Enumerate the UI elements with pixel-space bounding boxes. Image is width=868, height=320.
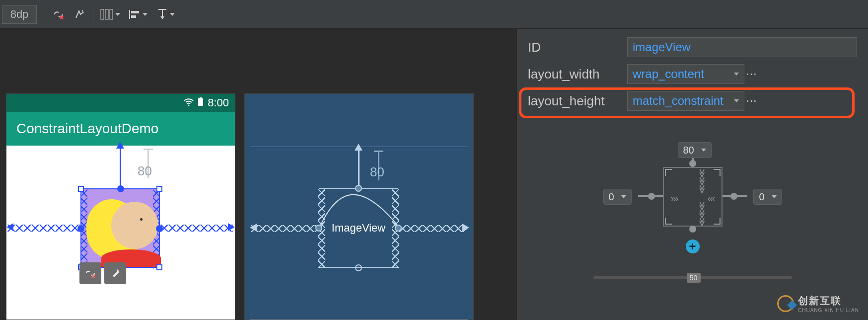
inspector-line [638, 195, 663, 197]
svg-rect-6 [110, 9, 113, 19]
constraint-anchor-left[interactable] [315, 225, 322, 232]
attr-width-row: layout_width wrap_content ⋯ [528, 61, 857, 87]
design-preview[interactable]: 8:00 ConstraintLayoutDemo 80 [6, 93, 235, 320]
resize-handle[interactable] [156, 264, 162, 270]
constraint-inspector[interactable]: 80 0 0 ≫≫≫ ≫≫≫ ››› ‹‹‹ [603, 142, 782, 281]
status-bar: 8:00 [6, 94, 235, 112]
resize-handle[interactable] [156, 186, 162, 192]
attr-id-input[interactable] [627, 37, 857, 57]
avatar-eye [140, 218, 143, 221]
svg-point-3 [83, 12, 84, 13]
attr-id-label: ID [528, 40, 627, 55]
infer-constraints-button[interactable] [69, 4, 90, 25]
app-bar: ConstraintLayoutDemo [6, 112, 235, 146]
top-margin-label: 80 [138, 163, 152, 179]
right-margin-value: 0 [759, 191, 764, 203]
constraint-anchor-top[interactable] [117, 185, 124, 192]
corner-icon [714, 169, 721, 176]
inspector-anchor-bottom[interactable] [689, 226, 696, 233]
app-title: ConstraintLayoutDemo [16, 121, 158, 137]
separator [45, 5, 45, 23]
svg-marker-12 [160, 16, 164, 19]
top-margin-pill[interactable]: 80 [678, 142, 712, 158]
attr-height-label: layout_height [528, 93, 627, 109]
attr-id-row: ID [528, 34, 857, 61]
attr-height-row: layout_height match_constraint ⋯ [528, 87, 857, 114]
svg-rect-14 [198, 98, 203, 106]
wifi-icon [184, 96, 194, 109]
constraint-anchor-top[interactable] [355, 185, 362, 192]
left-constraint-spring [7, 225, 80, 232]
more-icon[interactable]: ⋯ [744, 94, 758, 107]
imageview-widget[interactable] [80, 188, 160, 268]
arrow-right-icon [462, 224, 469, 232]
inspector-widget-box: ≫≫≫ ≫≫≫ ››› ‹‹‹ [663, 167, 723, 227]
top-constraint-arrow [358, 150, 360, 188]
resize-handle[interactable] [78, 186, 84, 192]
corner-icon [714, 218, 721, 225]
right-constraint-spring [160, 225, 233, 232]
top-margin-label: 80 [370, 164, 384, 180]
arrow-left-icon [6, 223, 13, 231]
constraint-anchor-left[interactable] [77, 225, 84, 232]
svg-point-2 [82, 10, 83, 11]
status-time: 8:00 [208, 96, 229, 109]
chevron-down-icon [734, 99, 739, 102]
attr-height-value: match_constraint [633, 94, 723, 108]
left-margin-pill[interactable]: 0 [603, 189, 632, 205]
watermark-icon [777, 295, 794, 312]
inspector-line [723, 195, 747, 197]
guidelines-button[interactable] [152, 4, 180, 25]
battery-icon [198, 96, 204, 109]
watermark-text: 创新互联 [798, 294, 859, 308]
width-wrap-icon: ‹‹‹ [708, 193, 715, 204]
top-constraint-arrow [120, 148, 121, 188]
attr-width-select[interactable]: wrap_content [627, 64, 744, 84]
chevron-down-icon [734, 73, 739, 76]
bias-slider-thumb[interactable]: 50 [687, 273, 701, 283]
corner-icon [665, 218, 672, 225]
clear-constraint-tool[interactable] [79, 262, 101, 284]
svg-rect-8 [131, 11, 139, 13]
constraint-anchor-right[interactable] [395, 225, 402, 232]
more-icon[interactable]: ⋯ [744, 68, 758, 80]
avatar-face [111, 202, 158, 249]
default-margin-input[interactable] [2, 5, 37, 24]
attr-height-select[interactable]: match_constraint [627, 91, 744, 111]
chevron-down-icon [115, 13, 120, 16]
separator [93, 5, 93, 23]
chevron-down-icon [170, 13, 175, 16]
watermark: 创新互联 CHUANG XIN HU LIAN [777, 294, 859, 313]
design-canvas[interactable]: 8:00 ConstraintLayoutDemo 80 [0, 29, 516, 320]
imageview-widget-blueprint[interactable]: ImageView [319, 188, 398, 268]
arrow-left-icon [250, 224, 257, 232]
pack-button[interactable] [96, 4, 124, 25]
chevron-down-icon [772, 195, 777, 198]
chevron-down-icon [701, 149, 706, 152]
height-spring-icon: ≫≫≫ [697, 168, 708, 192]
chevron-down-icon [621, 195, 626, 198]
right-margin-pill[interactable]: 0 [753, 189, 782, 205]
attributes-panel: ID layout_width wrap_content ⋯ layout_he… [516, 29, 868, 320]
svg-rect-9 [131, 15, 136, 18]
constraint-anchor-bottom[interactable] [355, 264, 362, 271]
toolbar [0, 0, 868, 29]
watermark-subtext: CHUANG XIN HU LIAN [798, 308, 859, 313]
attr-width-value: wrap_content [633, 67, 704, 81]
align-button[interactable] [124, 4, 152, 25]
right-constraint-spring [399, 225, 467, 232]
svg-rect-5 [105, 9, 108, 19]
chevron-down-icon [143, 13, 147, 16]
svg-rect-15 [200, 97, 202, 98]
clear-constraints-button[interactable] [48, 4, 69, 25]
widget-quick-tools [79, 262, 126, 284]
svg-point-13 [188, 105, 190, 106]
blueprint-preview[interactable]: 80 ImageView [244, 93, 474, 320]
arrow-right-icon [228, 223, 235, 231]
corner-icon [665, 169, 672, 176]
left-constraint-spring [251, 225, 319, 232]
wrench-tool[interactable] [104, 262, 126, 284]
constraint-anchor-right[interactable] [156, 225, 163, 232]
add-constraint-button[interactable]: + [686, 240, 700, 253]
inspector-line [692, 158, 694, 167]
